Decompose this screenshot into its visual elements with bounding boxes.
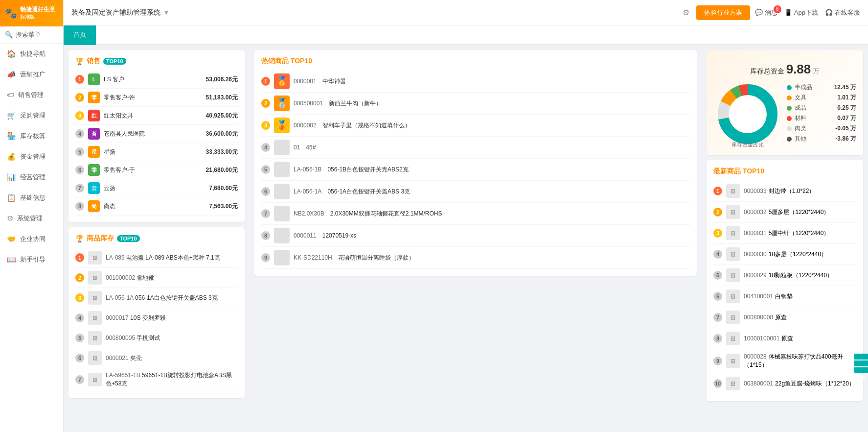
legend-val: 0.25 万 xyxy=(837,104,856,112)
logo-name: 畅捷通好生意 xyxy=(20,6,55,14)
legend-name: 成品 xyxy=(795,104,834,112)
product-code: 0000001 xyxy=(294,78,317,85)
hot-product-item: 4 01 45# xyxy=(261,137,690,159)
sidebar-item-guide[interactable]: 📖 新手引导 xyxy=(0,249,63,270)
sidebar-item-marketing[interactable]: 📣 营销推广 xyxy=(0,64,63,85)
legend-item: 半成品 12.45 万 xyxy=(787,83,856,92)
product-code: KK-SD22110H xyxy=(294,254,332,261)
float-btn-live[interactable]: 直播 xyxy=(854,367,868,373)
rank-num: 5 xyxy=(713,271,722,280)
product-name: 新西兰牛肉（新牛） xyxy=(329,99,382,108)
product-thumb: 🖼 xyxy=(726,377,740,390)
inventory-chart-row: 库存资金占比 半成品 12.45 万 文具 1.01 万 xyxy=(713,80,856,148)
customer-value: 7,680.00元 xyxy=(209,184,238,192)
list-item: 4 苔 苍南县人民医院 36,600.00元 xyxy=(75,125,238,143)
list-item: 8 尚 尚态 7,563.00元 xyxy=(75,197,238,216)
col-right: 库存总资金 9.88 万 xyxy=(702,45,868,432)
rank-num: 5 xyxy=(261,165,270,174)
customer-name: 零售客户-许 xyxy=(104,94,202,102)
product-thumb: 🖼 xyxy=(726,354,740,368)
product-code: 000500001 xyxy=(294,100,323,107)
product-thumb: 🖼 xyxy=(88,291,102,305)
latest-products-title: 最新商品 TOP10 xyxy=(713,167,856,176)
nav-icon-finance: 💰 xyxy=(7,152,16,161)
product-thumb xyxy=(274,228,290,243)
sidebar-item-basics[interactable]: 📋 基础信息 xyxy=(0,188,63,208)
gear-icon[interactable]: ⚙ xyxy=(683,8,689,17)
rank-num: 2 xyxy=(75,273,84,282)
customer-value: 51,183.00元 xyxy=(206,94,238,102)
product-info: 00380000122g鱼豆腐-烧烤味（1*12*20） xyxy=(744,380,855,388)
sidebar-item-label: 营销推广 xyxy=(20,70,46,79)
rank-num: 5 xyxy=(75,334,84,342)
avatar: 零 xyxy=(88,164,100,176)
product-info: 0000021 夹壳 xyxy=(106,354,238,362)
customer-value: 53,006.26元 xyxy=(206,75,238,84)
customer-name: 红太阳文具 xyxy=(104,112,202,120)
product-thumb xyxy=(274,250,290,265)
latest-product-item: 4 🖼 000003018多层（1220*2440） xyxy=(713,244,856,265)
online-service-btn[interactable]: 🎧 在线客服 xyxy=(825,8,860,17)
trophy-icon: 🏆 xyxy=(75,235,84,242)
logo-icon: 🐾 xyxy=(5,7,17,19)
nav-icon-marketing: 📣 xyxy=(7,70,16,79)
legend-val: 0.07 万 xyxy=(837,114,856,122)
sidebar-item-quick-nav[interactable]: 🏠 快捷导航 xyxy=(0,44,63,64)
avatar: 零 xyxy=(88,92,100,103)
hot-product-item: 3 🥉 0000002 智利车子里（规格不知道填什么） xyxy=(261,115,690,137)
float-btn-community[interactable]: 服务社区 xyxy=(854,360,868,366)
sidebar-item-operations[interactable]: 📊 经营管理 xyxy=(0,167,63,188)
nav-icon-enterprise: 🤝 xyxy=(7,235,16,243)
inventory-total: 库存总资金 9.88 万 xyxy=(713,57,856,80)
product-code: NB2.0X30B xyxy=(294,210,324,217)
product-name: 12070519-xs xyxy=(322,232,356,239)
latest-products-card: 最新商品 TOP10 1 🖼 0000033封边带（1.0*22） 2 🖼 00… xyxy=(707,160,863,401)
product-info: 000003018多层（1220*2440） xyxy=(744,250,827,259)
rank-num: 7 xyxy=(75,184,84,192)
customer-value: 40,925.00元 xyxy=(206,112,238,120)
sidebar-item-enterprise[interactable]: 🤝 企业协同 xyxy=(0,229,63,249)
nav-icon-guide: 📖 xyxy=(7,255,16,264)
list-item: 3 🖼 LA-056-1A 056-1A白色按键开关盖ABS 3克 xyxy=(75,288,238,308)
inventory-summary-card: 库存总资金 9.88 万 xyxy=(707,50,863,155)
customer-name: 尚态 xyxy=(104,202,205,211)
product-thumb: 🖼 xyxy=(88,251,102,264)
sidebar-item-label: 采购管理 xyxy=(20,111,46,120)
float-btn-service[interactable]: 客服热线 xyxy=(854,354,868,360)
legend-item: 文具 1.01 万 xyxy=(787,94,856,102)
avatar: L xyxy=(88,73,100,85)
rank-num: 1 xyxy=(261,77,270,86)
list-item: 2 零 零售客户-许 51,183.00元 xyxy=(75,89,238,107)
product-name: 中华神器 xyxy=(322,77,346,86)
trial-btn[interactable]: 体验行业方案 xyxy=(696,5,750,20)
rank-num: 1 xyxy=(75,253,84,262)
sidebar-item-purchase[interactable]: 🛒 采购管理 xyxy=(0,105,63,126)
product-thumb xyxy=(274,162,290,177)
rank-num: 9 xyxy=(261,253,270,262)
hot-products-card: 热销商品 TOP10 1 🥇 0000001 中华神器 2 🥈 00050000… xyxy=(254,50,697,276)
sidebar-logo: 🐾 畅捷通好生意 标准版 xyxy=(0,0,63,26)
search-menu[interactable]: 🔍 搜索菜单 xyxy=(0,26,63,44)
product-thumb: 🖼 xyxy=(726,226,740,240)
customer-value: 36,600.00元 xyxy=(206,130,238,138)
logo-sub: 标准版 xyxy=(20,14,55,21)
sidebar-item-finance[interactable]: 💰 资金管理 xyxy=(0,146,63,167)
legend-name: 肉类 xyxy=(795,124,832,133)
legend-name: 材料 xyxy=(795,114,834,122)
app-download-btn[interactable]: 📱 App下载 xyxy=(784,8,818,17)
legend-dot xyxy=(787,137,792,142)
product-name: 056-1B白色按键开关壳ABS2克 xyxy=(327,166,408,174)
msg-btn[interactable]: 💬 消息 6 xyxy=(755,8,777,17)
sidebar-item-inventory[interactable]: 🏪 库存核算 xyxy=(0,126,63,146)
nav-tabs: 首页 xyxy=(64,25,868,45)
sidebar-item-system[interactable]: ⚙ 系统管理 xyxy=(0,208,63,229)
latest-product-item: 7 🖼 000800008原查 xyxy=(713,307,856,328)
sidebar-item-sales[interactable]: 🏷 销售管理 xyxy=(0,85,63,105)
tab-home[interactable]: 首页 xyxy=(64,25,96,45)
inventory-total-unit: 万 xyxy=(813,67,820,75)
list-item: 7 云 云扬 7,680.00元 xyxy=(75,179,238,197)
latest-product-item: 9 🖼 0000028体械嘉枝味苏打饮品400毫升（1*15） xyxy=(713,349,856,373)
legend-dot xyxy=(787,126,792,131)
system-dropdown[interactable]: ▼ xyxy=(163,9,169,16)
avatar: 云 xyxy=(88,182,100,194)
